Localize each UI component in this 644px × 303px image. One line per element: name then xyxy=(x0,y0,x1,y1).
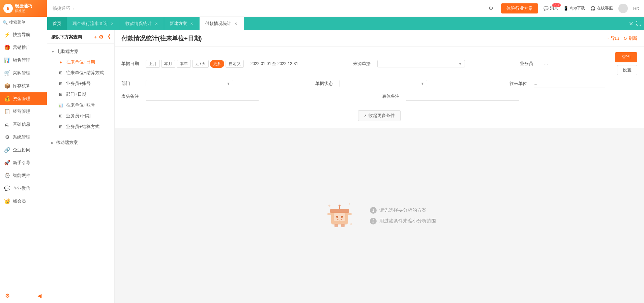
date-btn-last-7[interactable]: 近7天 xyxy=(192,60,209,68)
topbar-username[interactable]: Rit xyxy=(633,6,639,11)
sidebar-item-wechat[interactable]: 💬 企业微信 xyxy=(0,182,47,195)
tab-home[interactable]: 首页 xyxy=(47,17,67,30)
salesman-filter-label: 业务员 xyxy=(520,61,539,67)
sidebar-item-inventory[interactable]: 📦 库存核算 xyxy=(0,80,47,92)
topbar-message[interactable]: 💬 消息 99+ xyxy=(544,5,558,11)
scheme-sidebar-header: 按以下方案查询 + ⚙ 《 xyxy=(47,30,114,44)
sidebar-item-label: 采购管理 xyxy=(13,70,30,76)
collapse-more-btn[interactable]: ∧ 收起更多条件 xyxy=(358,110,401,121)
tabbar: 首页 现金银行流水查询 ✕ 收款情况统计 ✕ 新建方案 ✕ 付款情况统计 ✕ ✕… xyxy=(47,17,644,30)
partner-input[interactable] xyxy=(534,79,605,88)
tab-close-bank-flow[interactable]: ✕ xyxy=(110,21,114,26)
receipt-status-select[interactable]: ▼ xyxy=(340,80,427,87)
tab-close-new-scheme[interactable]: ✕ xyxy=(189,21,194,26)
topbar-avatar[interactable] xyxy=(618,4,628,13)
refresh-button[interactable]: ↻ 刷新 xyxy=(623,35,637,41)
sidebar-item-basic-info[interactable]: 🗂 基础信息 xyxy=(0,118,47,131)
sidebar-item-system[interactable]: ⚙ 系统管理 xyxy=(0,131,47,144)
table-body-note-input[interactable] xyxy=(406,92,519,101)
sidebar-header: 6 畅捷通巧 标准版 xyxy=(0,0,47,17)
salesman-input[interactable] xyxy=(544,59,605,68)
tab-payment-stats[interactable]: 付款情况统计 ✕ xyxy=(200,17,244,30)
svg-rect-10 xyxy=(327,213,331,215)
scheme-item-unit-account[interactable]: 📊 往来单位+账号 xyxy=(47,100,114,111)
empty-tip-2: 2 用过滤条件来缩小分析范围 xyxy=(370,218,436,224)
tab-close-all-icon[interactable]: ✕ xyxy=(629,21,633,27)
tab-new-scheme[interactable]: 新建方案 ✕ xyxy=(164,17,200,30)
scheme-header-label: 按以下方案查询 xyxy=(51,34,82,40)
date-btn-this-month[interactable]: 本月 xyxy=(161,60,175,68)
tab-expand-icon[interactable]: ⛶ xyxy=(636,21,641,27)
date-btn-this-year[interactable]: 本年 xyxy=(177,60,191,68)
scheme-collapse-icon[interactable]: 《 xyxy=(105,34,110,40)
filter-action-col: 查询 设置 xyxy=(610,52,637,75)
sidebar-item-enterprise[interactable]: 🔗 企业协同 xyxy=(0,144,47,156)
dept-select[interactable]: ▼ xyxy=(146,80,233,87)
search-label: 搜索菜单 xyxy=(9,20,25,25)
sidebar-item-finance[interactable]: 💰 资金管理 xyxy=(0,92,47,105)
scheme-group-desktop-header[interactable]: ▼ 电脑端方案 xyxy=(47,47,114,57)
table-header-note-input[interactable] xyxy=(146,92,259,101)
source-select[interactable]: ▼ xyxy=(377,60,465,67)
tab-close-receipt-stats[interactable]: ✕ xyxy=(154,21,158,26)
sidebar-item-member[interactable]: 👑 畅会员 xyxy=(0,195,47,208)
export-label: 导出 xyxy=(611,35,619,41)
export-button[interactable]: ↑ 导出 xyxy=(607,35,620,41)
tab-receipt-stats[interactable]: 收款情况统计 ✕ xyxy=(120,17,164,30)
date-btn-custom[interactable]: 自定义 xyxy=(226,60,244,68)
topbar-settings-icon[interactable]: ⚙ xyxy=(486,4,496,13)
scheme-item-label: 业务员+账号 xyxy=(66,81,91,87)
trial-button[interactable]: 体验行业方案 xyxy=(501,3,538,13)
service-label: 在线客服 xyxy=(597,5,613,11)
sidebar-search[interactable]: 🔍 搜索菜单 xyxy=(0,17,47,28)
breadcrumb-arrow: › xyxy=(73,6,74,11)
topbar-app-download[interactable]: 📱 App下载 xyxy=(563,5,585,11)
sidebar-item-label: 企业微信 xyxy=(13,185,30,191)
scheme-settings-icon[interactable]: ⚙ xyxy=(99,34,103,40)
topbar-online-service[interactable]: 🎧 在线客服 xyxy=(590,5,613,11)
sidebar-item-label: 系统管理 xyxy=(13,134,30,140)
date-btn-last-month[interactable]: 上月 xyxy=(146,60,160,68)
tab-bank-flow[interactable]: 现金银行流水查询 ✕ xyxy=(67,17,120,30)
scheme-item-unit-date[interactable]: ● 往来单位+日期 xyxy=(47,57,114,67)
sidebar-item-quick-nav[interactable]: ⚡ 快捷导航 xyxy=(0,28,47,41)
source-filter-label: 来源单据 xyxy=(353,61,372,67)
svg-rect-11 xyxy=(348,213,352,215)
hardware-icon: ⌚ xyxy=(4,173,10,179)
sidebar-item-sales[interactable]: 📊 销售管理 xyxy=(0,54,47,67)
sidebar-item-hardware[interactable]: ⌚ 智能硬件 xyxy=(0,169,47,182)
sidebar-item-label: 基础信息 xyxy=(13,121,30,127)
scheme-item-label: 部门+日期 xyxy=(66,91,86,97)
scheme-sidebar: 按以下方案查询 + ⚙ 《 ▼ 电脑端方案 ● 往来单位+日期 ⊞ xyxy=(47,30,115,303)
message-badge: 99+ xyxy=(552,3,561,7)
scheme-item-label: 往来单位+日期 xyxy=(66,59,95,65)
scheme-item-staff-account[interactable]: ⊞ 业务员+账号 xyxy=(47,78,114,89)
sidebar-item-guide[interactable]: 🚀 新手引导 xyxy=(0,156,47,169)
footer-collapse-icon[interactable]: ◀ xyxy=(35,292,43,300)
query-button[interactable]: 查询 xyxy=(615,52,637,62)
footer-settings-icon[interactable]: ⚙ xyxy=(3,292,11,300)
sidebar-item-label: 新手引导 xyxy=(13,160,30,166)
scheme-item-icon: ⊞ xyxy=(58,92,63,97)
purchase-icon: 🛒 xyxy=(4,70,10,76)
sidebar-item-purchase[interactable]: 🛒 采购管理 xyxy=(0,67,47,80)
page-title: 付款情况统计(往来单位+日期) xyxy=(121,34,202,42)
tab-close-payment-stats[interactable]: ✕ xyxy=(233,21,238,26)
scheme-item-dept-date[interactable]: ⊞ 部门+日期 xyxy=(47,89,114,100)
scheme-item-unit-settle[interactable]: ⊞ 往来单位+结算方式 xyxy=(47,67,114,78)
sidebar-nav: ⚡ 快捷导航 🎁 营销推广 📊 销售管理 🛒 采购管理 📦 库存核算 💰 资金管… xyxy=(0,28,47,288)
scheme-group-label: 移动端方案 xyxy=(56,140,78,146)
date-btn-more[interactable]: 更多 xyxy=(210,60,224,68)
sidebar-item-marketing[interactable]: 🎁 营销推广 xyxy=(0,41,47,54)
sidebar-item-operations[interactable]: 📋 经营管理 xyxy=(0,105,47,118)
scheme-header-actions: + ⚙ 《 xyxy=(94,34,110,40)
tab-label: 收款情况统计 xyxy=(125,21,152,27)
table-body-note-label: 表体备注 xyxy=(382,93,401,99)
scheme-item-staff-settle[interactable]: ⊞ 业务员+结算方式 xyxy=(47,121,114,132)
scheme-item-staff-date[interactable]: ⊞ 业务员+日期 xyxy=(47,111,114,121)
filter-settings-button[interactable]: 设置 xyxy=(617,65,637,75)
svg-point-7 xyxy=(341,216,343,218)
scheme-group-mobile-header[interactable]: ▶ 移动端方案 xyxy=(47,138,114,148)
scheme-add-icon[interactable]: + xyxy=(94,34,97,40)
wechat-icon: 💬 xyxy=(4,185,10,191)
